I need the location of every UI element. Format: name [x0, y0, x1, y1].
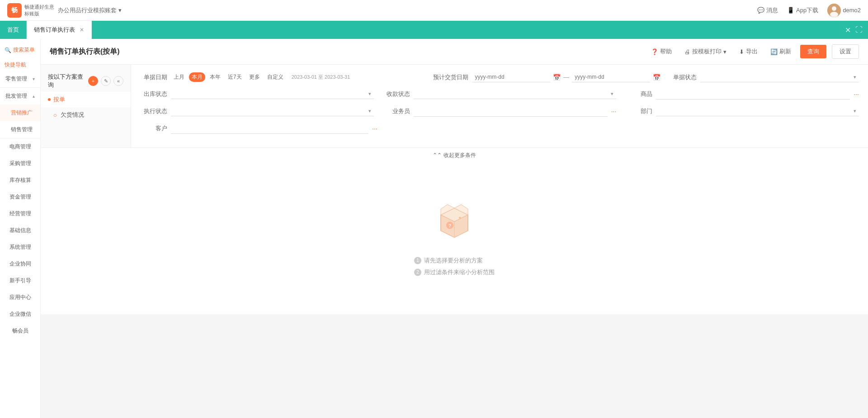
sidebar-item-newbie[interactable]: 新手引导 — [0, 272, 40, 289]
payment-dropdown-icon: ▾ — [611, 91, 613, 97]
payment-select[interactable]: ▾ — [414, 89, 617, 99]
empty-tips: 1 请先选择要分析的方案 2 用过滤条件来缩小分析范围 — [414, 255, 495, 278]
chevron-down-icon: ▾ — [33, 76, 35, 81]
help-button[interactable]: ❓ 帮助 — [647, 46, 675, 57]
customer-input[interactable] — [171, 123, 368, 134]
date-tab-last-month[interactable]: 上月 — [171, 72, 187, 82]
sidebar-item-apps[interactable]: 应用中心 — [0, 289, 40, 306]
user-menu[interactable]: demo2 — [827, 4, 861, 17]
query-button[interactable]: 查询 — [800, 45, 826, 58]
filter-row-3: 执行状态 ▾ 业务员 ··· 部门 — [140, 106, 859, 117]
date-tab-this-month[interactable]: 本月 — [189, 72, 205, 82]
salesman-more-icon[interactable]: ··· — [611, 108, 617, 115]
empty-tip-2: 2 用过滤条件来缩小分析范围 — [414, 266, 495, 278]
page-actions: ❓ 帮助 🖨 按模板打印 ▾ ⬇ 导出 🔄 刷新 查询 设置 — [647, 44, 859, 59]
forecast-date-to[interactable] — [572, 72, 650, 82]
maximize-icon[interactable]: ⛶ — [855, 26, 863, 34]
filter-group-exec: 执行状态 ▾ — [140, 106, 374, 116]
delivery-label: 出库状态 — [140, 90, 167, 98]
sidebar-item-basic[interactable]: 基础信息 — [0, 222, 40, 239]
sidebar-item-enterprise[interactable]: 企业协同 — [0, 256, 40, 272]
add-scheme-icon[interactable]: + — [88, 76, 98, 86]
message-icon: 💬 — [757, 7, 764, 14]
breadcrumb[interactable]: 办公用品行业模拟账套 ▾ — [58, 6, 122, 14]
collapse-bar[interactable]: ⌃⌃ 收起更多条件 — [41, 147, 868, 163]
header-right: 💬 消息 📱 App下载 demo2 — [757, 4, 861, 17]
payment-label: 收款状态 — [383, 90, 410, 98]
sidebar-shortcut[interactable]: 快捷导航 — [0, 57, 40, 71]
dept-dropdown-icon: ▾ — [854, 108, 856, 114]
sidebar-item-operations[interactable]: 经营管理 — [0, 205, 40, 222]
filter-group-forecast-date: 预计交货日期 📅 — 📅 — [433, 72, 660, 82]
date-tab-more[interactable]: 更多 — [246, 72, 263, 82]
dept-select[interactable]: ▾ — [656, 106, 859, 116]
tab-sales-order[interactable]: 销售订单执行表 ✕ — [27, 21, 92, 39]
product-more-icon[interactable]: ··· — [854, 90, 859, 98]
filter-row-2: 出库状态 ▾ 收款状态 ▾ — [140, 89, 859, 100]
export-icon: ⬇ — [739, 48, 744, 55]
empty-icon: ✦ ? — [432, 199, 477, 246]
edit-scheme-icon[interactable]: ✎ — [101, 76, 111, 86]
empty-tip-1: 1 请先选择要分析的方案 — [414, 255, 495, 266]
sidebar-item-finance[interactable]: 资金管理 — [0, 189, 40, 205]
refresh-button[interactable]: 🔄 刷新 — [767, 46, 795, 57]
dept-label: 部门 — [625, 107, 652, 115]
print-icon: 🖨 — [684, 48, 690, 55]
print-button[interactable]: 🖨 按模板打印 ▾ — [681, 46, 730, 57]
calendar-to-icon[interactable]: 📅 — [653, 74, 660, 81]
app-download-button[interactable]: 📱 App下载 — [787, 6, 818, 14]
filter-group-product: 商品 ··· — [625, 89, 859, 100]
sidebar-item-sales[interactable]: 销售管理 — [0, 121, 40, 138]
avatar — [827, 4, 841, 17]
sidebar-item-member[interactable]: 畅会员 — [0, 323, 40, 339]
exec-select[interactable]: ▾ — [171, 106, 374, 116]
status-select[interactable]: ▾ — [700, 72, 859, 82]
date-tab-this-year[interactable]: 本年 — [207, 72, 223, 82]
sidebar-item-inventory[interactable]: 库存核算 — [0, 172, 40, 189]
top-header: 畅 畅捷通好生意 标账版 办公用品行业模拟账套 ▾ 💬 消息 📱 App下载 — [0, 0, 868, 21]
sidebar-item-marketing[interactable]: 营销推广 — [0, 104, 40, 121]
breadcrumb-text: 办公用品行业模拟账套 — [58, 6, 117, 14]
scheme-item-by-debt[interactable]: ○ 欠货情况 — [41, 107, 131, 123]
filter-panel: 按以下方案查询 + ✎ « 按单 ○ 欠货情况 — [41, 65, 868, 163]
sidebar-item-system[interactable]: 系统管理 — [0, 239, 40, 256]
collapse-scheme-icon[interactable]: « — [113, 76, 123, 86]
scheme-item-by-order[interactable]: 按单 — [41, 92, 131, 107]
filter-group-delivery: 出库状态 ▾ — [140, 89, 374, 99]
sidebar-item-wholesale[interactable]: 批发管理 ▴ — [0, 88, 40, 104]
forecast-date-label: 预计交货日期 — [433, 73, 468, 81]
sidebar-item-wechat[interactable]: 企业微信 — [0, 306, 40, 323]
sidebar-item-purchase[interactable]: 采购管理 — [0, 155, 40, 172]
date-tab-custom[interactable]: 自定义 — [264, 72, 286, 82]
date-label: 单据日期 — [140, 73, 167, 81]
filter-group-date: 单据日期 上月 本月 本年 近7天 更多 自定义 2023-03-01 至 20… — [140, 72, 424, 82]
date-tab-last-7[interactable]: 近7天 — [225, 72, 245, 82]
export-button[interactable]: ⬇ 导出 — [736, 46, 761, 57]
forecast-date-from[interactable] — [472, 72, 550, 82]
help-icon: ❓ — [651, 48, 658, 55]
calendar-from-icon[interactable]: 📅 — [553, 74, 561, 81]
delivery-dropdown-icon: ▾ — [368, 91, 371, 97]
sidebar-item-retail[interactable]: 零售管理 ▾ — [0, 71, 40, 87]
product-input[interactable] — [656, 89, 850, 100]
settings-button[interactable]: 设置 — [832, 44, 859, 59]
forecast-date-range: 📅 — 📅 — [472, 72, 660, 82]
svg-text:✦: ✦ — [458, 215, 462, 220]
sidebar-section-wholesale: 批发管理 ▴ 营销推广 销售管理 — [0, 88, 40, 138]
message-button[interactable]: 💬 消息 — [757, 6, 778, 14]
sidebar-search[interactable]: 🔍 搜索菜单 — [0, 43, 40, 57]
close-window-icon[interactable]: ✕ — [845, 26, 851, 34]
app-logo: 畅 — [7, 3, 22, 18]
tab-home[interactable]: 首页 — [0, 21, 27, 39]
sidebar-item-ecommerce[interactable]: 电商管理 — [0, 138, 40, 155]
delivery-select[interactable]: ▾ — [171, 89, 374, 99]
empty-illustration: ✦ ? — [432, 199, 477, 244]
collapse-label: 收起更多条件 — [443, 152, 476, 158]
filter-main: 单据日期 上月 本月 本年 近7天 更多 自定义 2023-03-01 至 20… — [131, 65, 868, 147]
salesman-input[interactable] — [414, 106, 608, 117]
product-label: 商品 — [625, 90, 652, 98]
tab-close-icon[interactable]: ✕ — [80, 27, 84, 33]
filter-body: 按以下方案查询 + ✎ « 按单 ○ 欠货情况 — [41, 65, 868, 147]
svg-point-1 — [832, 6, 836, 11]
customer-more-icon[interactable]: ··· — [372, 125, 377, 132]
